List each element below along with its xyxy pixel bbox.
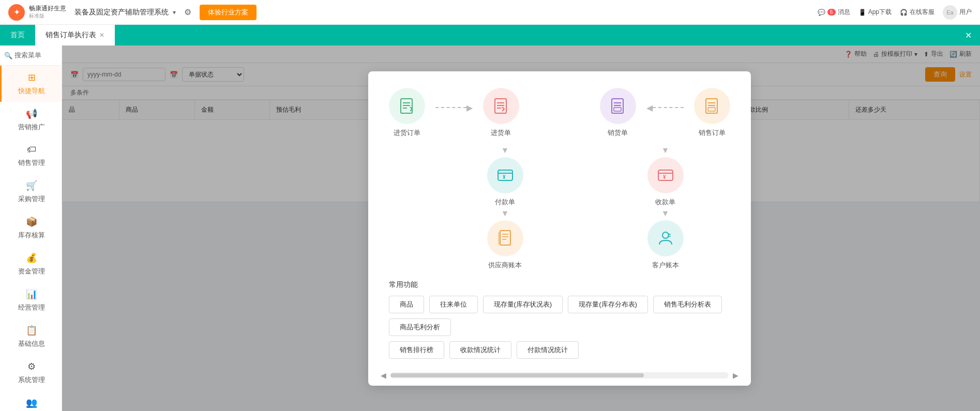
func-btn-inventory-dist[interactable]: 现存量(库存分布表) [568,296,648,313]
purchase-icon: 🛒 [26,180,37,191]
user-menu-btn[interactable]: Ea 用户 [943,5,972,20]
arrow-right-1: ▶ [435,103,473,113]
down-arrow-supplier: ▼ [501,209,509,218]
sidebar-item-label: 系统管理 [18,375,45,385]
flow-node-receipt[interactable]: ¥ 收款单 [647,157,684,207]
func-btn-sales-rank[interactable]: 销售排行榜 [389,341,444,359]
sidebar-item-label: 快捷导航 [18,86,45,96]
flow-node-supplier-ledger[interactable]: 供应商账本 [487,220,523,270]
avatar-text: Ea [946,9,953,16]
svg-text:¥: ¥ [663,174,666,180]
flow-node-payment[interactable]: ¥ 付款单 [487,157,523,207]
flow-node-sales-order[interactable]: 销售订单 [694,88,730,138]
sidebar-item-inventory[interactable]: 📦 库存核算 [0,210,62,246]
sidebar-item-label: 基础信息 [18,339,45,348]
sidebar-item-operations[interactable]: 📊 经营管理 [0,282,62,318]
sidebar-item-basic-info[interactable]: 📋 基础信息 [0,318,62,355]
sidebar-item-marketing[interactable]: 📢 营销推广 [0,102,62,138]
func-btn-receipt-stats[interactable]: 收款情况统计 [449,341,511,359]
down-arrow-payment: ▼ [501,146,509,155]
sidebar-item-finance[interactable]: 💰 资金管理 [0,246,62,282]
receipt-label: 收款单 [655,197,675,207]
system-dropdown-btn[interactable]: ▾ [173,9,176,16]
payment-circle: ¥ [487,157,523,193]
logo-icon: ✦ [8,4,25,21]
modal-scrollbar[interactable] [390,372,729,378]
supplier-ledger-icon [496,229,515,248]
purchase-receipt-label: 进货单 [491,128,511,138]
system-title-area: 装备及固定资产辅助管理系统 ▾ ⚙ 体验行业方案 [74,5,818,20]
scroll-right-btn[interactable]: ▶ [733,371,738,379]
flow-diagram: 进货订单 ▶ [368,71,751,280]
sales-order-circle [694,88,730,124]
flow-row-1: 进货订单 ▶ [389,88,730,138]
func-buttons-row2: 销售排行榜 收款情况统计 付款情况统计 [389,341,730,359]
app-download-btn[interactable]: 📱 App下载 [858,8,892,17]
tab-home-label: 首页 [10,31,25,40]
svg-rect-15 [708,108,715,111]
func-btn-inventory-status[interactable]: 现存量(库存状况表) [483,296,563,313]
service-icon: 🎧 [900,9,908,16]
func-btn-goods[interactable]: 商品 [389,296,424,313]
tab-home[interactable]: 首页 [0,25,35,45]
flow-node-purchase-order[interactable]: 进货订单 [389,88,425,138]
func-btn-partners[interactable]: 往来单位 [429,296,478,313]
svg-rect-11 [614,108,621,111]
message-icon: 💬 [818,9,825,16]
purchase-order-icon [398,97,416,115]
settings-icon-btn[interactable]: ⚙ [184,7,191,17]
logo-area: ✦ 畅康通好生意 标准版 [8,4,70,21]
basic-info-icon: 📋 [26,325,37,336]
online-service-btn[interactable]: 🎧 在线客服 [900,8,934,17]
svg-point-27 [662,232,669,238]
sidebar-search-btn[interactable]: 🔍 搜索菜单 [0,45,62,66]
down-arrow-receipt: ▼ [661,146,670,155]
download-icon: 📱 [858,9,866,16]
func-btn-goods-profit[interactable]: 商品毛利分析 [389,318,451,336]
func-btn-sales-profit[interactable]: 销售毛利分析表 [653,296,722,313]
customer-ledger-label: 客户账本 [652,261,679,270]
sales-order-icon [703,97,721,115]
flow-node-purchase-receipt[interactable]: 进货单 [483,88,519,138]
finance-icon: 💰 [26,252,37,264]
message-badge: 6 [827,9,836,16]
user-label: 用户 [959,8,972,17]
sidebar-item-label: 营销推广 [18,123,45,132]
top-header: ✦ 畅康通好生意 标准版 装备及固定资产辅助管理系统 ▾ ⚙ 体验行业方案 💬 … [0,0,980,25]
payment-label: 付款单 [495,197,515,207]
purchase-receipt-icon [492,97,510,115]
modal-overlay[interactable]: 进货订单 ▶ [62,45,980,411]
arrow-left-1: ◀ [646,103,684,113]
sidebar-item-label: 采购管理 [18,194,45,204]
receipt-icon: ¥ [656,166,675,185]
purchase-order-label: 进货订单 [394,128,420,138]
flow-node-customer-ledger[interactable]: 客户账本 [647,220,684,270]
message-label: 消息 [838,8,850,17]
scroll-left-btn[interactable]: ◀ [381,371,386,379]
sales-icon: 🏷 [27,144,36,155]
sidebar-item-sales[interactable]: 🏷 销售管理 [0,138,62,174]
sidebar-item-enterprise[interactable]: 👥 企业协同 [0,391,62,411]
sidebar-item-quick-guide[interactable]: ⊞ 快捷导航 [0,66,62,102]
tab-close-icon[interactable]: ✕ [99,32,104,39]
sales-invoice-label: 销货单 [608,128,628,138]
svg-text:¥: ¥ [503,174,506,180]
quick-guide-icon: ⊞ [28,72,36,83]
sales-invoice-icon [609,97,627,115]
online-service-label: 在线客服 [910,8,934,17]
system-name: 装备及固定资产辅助管理系统 [74,8,169,17]
svg-rect-19 [500,231,510,245]
sidebar-item-system[interactable]: ⚙ 系统管理 [0,355,62,391]
receipt-col: ▼ ¥ 收款单 [647,146,684,270]
flow-node-sales-invoice[interactable]: 销货单 [600,88,636,138]
inventory-icon: 📦 [26,216,37,227]
experience-btn[interactable]: 体验行业方案 [200,5,257,20]
tab-sales-order-exec[interactable]: 销售订单执行表 ✕ [35,25,115,45]
sidebar-item-purchase[interactable]: 🛒 采购管理 [0,174,62,210]
modal-scrollbar-thumb [390,373,644,377]
func-btn-payment-stats[interactable]: 付款情况统计 [517,341,579,359]
message-btn[interactable]: 💬 6 消息 [818,8,850,17]
customer-ledger-circle [647,220,684,256]
supplier-ledger-label: 供应商账本 [488,261,522,270]
close-all-btn[interactable]: ✕ [965,31,972,40]
